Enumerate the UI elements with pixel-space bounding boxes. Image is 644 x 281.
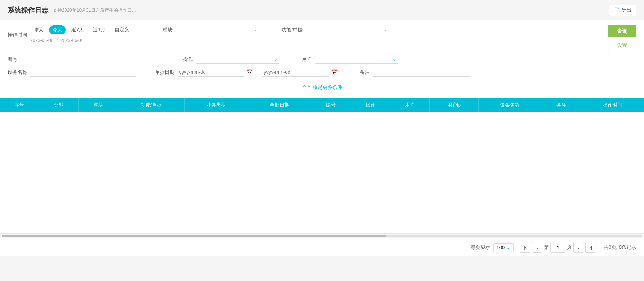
operation-label: 操作 bbox=[183, 56, 193, 63]
page-title: 系统操作日志 bbox=[8, 6, 48, 15]
empty-area bbox=[0, 112, 644, 233]
user-chevron-icon: ⌄ bbox=[392, 56, 396, 62]
table-header: 序号类型模块功能/单据业务类型单据日期编号操作用户用户ip设备名称备注操作时间 bbox=[0, 98, 644, 112]
page-header: 系统操作日志 支持2020年10月31日之后产生的操作日志 📄 导出 bbox=[0, 0, 644, 20]
number-filter-item: 编号 — bbox=[8, 55, 164, 64]
note-input[interactable] bbox=[373, 68, 471, 77]
time-filter-item: 操作时间 昨天 今天 近7天 近1月 自定义 2023-06-06 至 2023… bbox=[8, 25, 133, 44]
table-header-cell: 类型 bbox=[39, 98, 78, 112]
export-button[interactable]: 📄 导出 bbox=[609, 5, 636, 16]
settings-button[interactable]: 设置 bbox=[608, 40, 636, 51]
table-header-row: 序号类型模块功能/单据业务类型单据日期编号操作用户用户ip设备名称备注操作时间 bbox=[0, 98, 644, 112]
docdate-filter-item: 单据日期 📅 — 📅 bbox=[155, 68, 337, 77]
date-range-text: 2023-06-06 至 2023-06-06 bbox=[30, 37, 133, 44]
yesterday-btn[interactable]: 昨天 bbox=[30, 25, 47, 34]
total-info: 共0页, 0条记录 bbox=[604, 244, 636, 251]
filter-row-3: 设备名称 单据日期 📅 — 📅 备注 bbox=[8, 68, 636, 77]
user-select[interactable]: ⌄ bbox=[315, 55, 398, 64]
scrollbar-track[interactable] bbox=[2, 235, 642, 237]
calendar-end-icon[interactable]: 📅 bbox=[331, 69, 337, 75]
per-page-label: 每页显示 bbox=[471, 244, 490, 251]
query-button[interactable]: 查询 bbox=[608, 25, 636, 37]
table-header-cell: 操作时间 bbox=[581, 98, 644, 112]
table-section: 序号类型模块功能/单据业务类型单据日期编号操作用户用户ip设备名称备注操作时间 bbox=[0, 98, 644, 233]
filter-row-1: 操作时间 昨天 今天 近7天 近1月 自定义 2023-06-06 至 2023… bbox=[8, 25, 636, 51]
page-nav: |‹ ‹ 第 页 › ›| bbox=[520, 242, 596, 253]
footer-bar: 每页显示 100 ⌄ |‹ ‹ 第 页 › ›| 共0页, 0条记录 bbox=[0, 238, 644, 256]
table-header-cell: 业务类型 bbox=[185, 98, 248, 112]
module-select[interactable]: ⌄ bbox=[176, 25, 259, 34]
page-label: 第 bbox=[544, 244, 549, 251]
filter-section: 操作时间 昨天 今天 近7天 近1月 自定义 2023-06-06 至 2023… bbox=[0, 20, 644, 98]
docdate-end-input[interactable] bbox=[262, 68, 329, 77]
table-header-cell: 操作 bbox=[351, 98, 390, 112]
table-header-cell: 功能/单据 bbox=[118, 98, 184, 112]
page-subtitle: 支持2020年10月31日之后产生的操作日志 bbox=[53, 7, 136, 14]
docdate-start-input[interactable] bbox=[178, 68, 244, 77]
note-filter-item: 备注 bbox=[360, 68, 471, 77]
table-header-cell: 编号 bbox=[311, 98, 351, 112]
data-table: 序号类型模块功能/单据业务类型单据日期编号操作用户用户ip设备名称备注操作时间 bbox=[0, 98, 644, 112]
number-input-end[interactable] bbox=[98, 55, 164, 64]
export-label: 导出 bbox=[622, 7, 632, 14]
per-page-value: 100 bbox=[497, 245, 505, 250]
last1m-btn[interactable]: 近1月 bbox=[90, 25, 109, 34]
time-buttons: 昨天 今天 近7天 近1月 自定义 bbox=[30, 25, 133, 34]
module-filter-item: 模块 ⌄ bbox=[163, 25, 259, 34]
page-unit: 页 bbox=[567, 244, 572, 251]
device-label: 设备名称 bbox=[8, 69, 27, 76]
table-header-cell: 单据日期 bbox=[248, 98, 311, 112]
number-input-start[interactable] bbox=[20, 55, 87, 64]
device-filter-item: 设备名称 bbox=[8, 68, 136, 77]
per-page-chevron-icon: ⌄ bbox=[506, 245, 510, 250]
docdate-label: 单据日期 bbox=[155, 69, 175, 76]
table-header-cell: 设备名称 bbox=[478, 98, 542, 112]
action-buttons: 查询 设置 bbox=[608, 25, 636, 51]
filter-row-2: 编号 — 操作 ⌄ 用户 ⌄ bbox=[8, 55, 636, 64]
function-chevron-icon: ⌄ bbox=[383, 27, 387, 32]
per-page-select[interactable]: 100 ⌄ bbox=[493, 243, 514, 252]
operation-chevron-icon: ⌄ bbox=[274, 56, 278, 62]
table-header-cell: 用户 bbox=[390, 98, 429, 112]
header-left: 系统操作日志 支持2020年10月31日之后产生的操作日志 bbox=[8, 6, 136, 15]
time-label: 操作时间 bbox=[8, 31, 27, 38]
table-header-cell: 模块 bbox=[79, 98, 118, 112]
docdate-dash: — bbox=[255, 70, 260, 75]
docdate-range: 📅 — 📅 bbox=[178, 68, 337, 77]
custom-btn[interactable]: 自定义 bbox=[111, 25, 133, 34]
number-label: 编号 bbox=[8, 56, 17, 63]
user-label: 用户 bbox=[302, 56, 312, 63]
function-filter-item: 功能/单据 ⌄ bbox=[281, 25, 389, 34]
operation-select[interactable]: ⌄ bbox=[196, 55, 279, 64]
note-label: 备注 bbox=[360, 69, 370, 76]
function-select[interactable]: ⌄ bbox=[306, 25, 389, 34]
module-chevron-icon: ⌄ bbox=[253, 27, 257, 32]
collapse-chevron-icon: ⌃⌃ bbox=[302, 84, 311, 90]
device-input[interactable] bbox=[30, 68, 136, 77]
last-page-btn[interactable]: ›| bbox=[585, 242, 596, 253]
module-label: 模块 bbox=[163, 26, 173, 33]
calendar-start-icon[interactable]: 📅 bbox=[246, 69, 253, 75]
operation-filter-item: 操作 ⌄ bbox=[183, 55, 279, 64]
number-dash: — bbox=[90, 57, 95, 62]
today-btn[interactable]: 今天 bbox=[49, 25, 66, 34]
prev-page-btn[interactable]: ‹ bbox=[532, 242, 542, 253]
collapse-bar[interactable]: ⌃⌃ 收起更多条件 bbox=[8, 81, 636, 94]
table-header-cell: 备注 bbox=[542, 98, 581, 112]
user-filter-item: 用户 ⌄ bbox=[302, 55, 398, 64]
next-page-btn[interactable]: › bbox=[573, 242, 584, 253]
function-label: 功能/单据 bbox=[281, 26, 303, 33]
page-number-input[interactable] bbox=[550, 242, 565, 253]
table-header-cell: 序号 bbox=[0, 98, 39, 112]
last7-btn[interactable]: 近7天 bbox=[68, 25, 87, 34]
export-icon: 📄 bbox=[614, 7, 620, 13]
collapse-label: 收起更多条件 bbox=[313, 84, 342, 91]
scrollbar-area[interactable] bbox=[0, 233, 644, 238]
table-header-cell: 用户ip bbox=[429, 98, 478, 112]
first-page-btn[interactable]: |‹ bbox=[520, 242, 530, 253]
scrollbar-thumb[interactable] bbox=[2, 235, 386, 237]
